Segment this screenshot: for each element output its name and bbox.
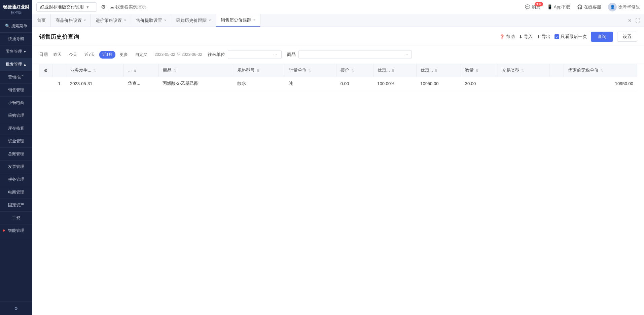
row-discount1: 100.00% bbox=[373, 77, 416, 90]
marketing-label: 营销推广 bbox=[8, 74, 24, 80]
topbar-settings-icon[interactable]: ⚙ bbox=[101, 4, 106, 10]
col-settings[interactable]: ⚙ bbox=[39, 64, 52, 77]
tab-purchase-strategy[interactable]: 进价策略设置 × bbox=[91, 14, 131, 27]
sort-biz-date-icon: ⇅ bbox=[93, 69, 96, 72]
search-menu-item[interactable]: 🔍 搜索菜单 bbox=[0, 20, 32, 33]
tab-close-all[interactable]: ✕ bbox=[627, 16, 633, 25]
product-input[interactable]: ··· bbox=[298, 50, 412, 59]
app-download-button[interactable]: 📱 App下载 bbox=[547, 4, 570, 10]
tab-product-price-close[interactable]: × bbox=[84, 19, 86, 22]
from-unit-field[interactable] bbox=[231, 52, 272, 57]
col-more[interactable]: ... ⇅ bbox=[124, 64, 158, 77]
sidebar-item-tax[interactable]: 税务管理 bbox=[0, 173, 32, 186]
col-biz-date-label: 业务发生... bbox=[70, 68, 92, 73]
col-discount1[interactable]: 优惠... ⇅ bbox=[373, 64, 416, 77]
product-field[interactable] bbox=[302, 52, 403, 57]
sidebar-item-marketing[interactable]: 营销推广 bbox=[0, 71, 32, 84]
online-service-button[interactable]: 🎧 在线客服 bbox=[577, 4, 601, 10]
topbar-right: 💬 消息 99+ 📱 App下载 🎧 在线客服 👤 徐泽华修改 bbox=[525, 3, 640, 11]
product-label: 商品 bbox=[287, 51, 296, 58]
sidebar-item-ecommerce-small[interactable]: 小畅电商 bbox=[0, 97, 32, 109]
sidebar: 畅捷通好业财 标准版 🔍 搜索菜单 快捷导航 零售管理 ▼ 批发管理 ▲ 营销推… bbox=[0, 0, 32, 315]
tab-purchase-history-close[interactable]: × bbox=[209, 19, 211, 22]
payroll-label: 工资 bbox=[12, 215, 20, 221]
messages-button[interactable]: 💬 消息 99+ bbox=[525, 4, 540, 10]
help-label: 帮助 bbox=[506, 34, 515, 40]
sidebar-item-ecommerce[interactable]: 电商管理 bbox=[0, 186, 32, 199]
col-discount1-label: 优惠... bbox=[378, 68, 390, 73]
export-label: 导出 bbox=[542, 34, 550, 40]
page-header: 销售历史价查询 ❓ 帮助 ⬇ 导入 ⬆ 导出 只看最后一次 查询 bbox=[32, 27, 644, 45]
col-product[interactable]: 商品 ⇅ bbox=[158, 64, 233, 77]
query-button[interactable]: 查询 bbox=[591, 32, 613, 42]
tab-purchase-history[interactable]: 采购历史价跟踪 × bbox=[171, 14, 216, 27]
tab-sale-history-close[interactable]: × bbox=[253, 18, 255, 22]
import-button[interactable]: ⬇ 导入 bbox=[519, 34, 533, 40]
tab-home[interactable]: 首页 bbox=[32, 14, 51, 27]
from-unit-filter-group: 往来单位 ··· bbox=[208, 50, 282, 59]
user-profile[interactable]: 👤 徐泽华修改 bbox=[608, 3, 640, 11]
date-btn-7days[interactable]: 近7天 bbox=[81, 51, 98, 59]
col-quote-label: 报价 bbox=[341, 68, 349, 73]
tab-sale-price[interactable]: 售价提取设置 × bbox=[131, 14, 171, 27]
col-quote[interactable]: 报价 ⇅ bbox=[336, 64, 373, 77]
col-pretax-price[interactable]: 优惠前无税单价 ⇅ bbox=[564, 64, 637, 77]
col-quantity[interactable]: 数量 ⇅ bbox=[461, 64, 498, 77]
date-btn-1month[interactable]: 近1月 bbox=[99, 51, 116, 59]
date-range-display: 2023-05-02 至 2023-06-02 bbox=[154, 52, 202, 58]
date-btn-more[interactable]: 更多 bbox=[117, 51, 131, 59]
tabbar: 首页 商品价格设置 × 进价策略设置 × 售价提取设置 × 采购历史价跟踪 × … bbox=[32, 14, 644, 27]
sidebar-item-assets[interactable]: 固定资产 bbox=[0, 199, 32, 212]
sort-more-icon: ⇅ bbox=[134, 69, 136, 73]
search-icon: 🔍 bbox=[5, 24, 10, 28]
col-discount2[interactable]: 优惠... ⇅ bbox=[416, 64, 461, 77]
sidebar-item-smart[interactable]: 智能管理 bbox=[0, 224, 32, 237]
col-num bbox=[52, 64, 66, 77]
table-container: ⚙ 业务发生... ⇅ ... ⇅ 商品 ⇅ bbox=[32, 64, 644, 90]
sidebar-settings[interactable]: ⚙ bbox=[0, 302, 32, 315]
sidebar-item-invoice[interactable]: 发票管理 bbox=[0, 161, 32, 173]
sidebar-item-payroll[interactable]: 工资 bbox=[0, 212, 32, 224]
sidebar-item-finance[interactable]: 资金管理 bbox=[0, 135, 32, 148]
sidebar-item-inventory[interactable]: 库存核算 bbox=[0, 122, 32, 135]
from-unit-dots[interactable]: ··· bbox=[273, 52, 277, 57]
table-row: 1 2023-05-31 华查... 丙烯酸-2-乙基己酯 散水 吨 0.00 … bbox=[39, 77, 637, 90]
sort-product-icon: ⇅ bbox=[173, 69, 176, 72]
product-dots[interactable]: ··· bbox=[404, 52, 408, 57]
sidebar-item-sales[interactable]: 销售管理 bbox=[0, 84, 32, 97]
date-btn-custom[interactable]: 自定义 bbox=[132, 51, 150, 59]
sidebar-item-purchase[interactable]: 采购管理 bbox=[0, 109, 32, 122]
col-biz-date[interactable]: 业务发生... ⇅ bbox=[66, 64, 124, 77]
tab-sale-history[interactable]: 销售历史价跟踪 × bbox=[216, 14, 260, 27]
version-selector[interactable]: 好业财标准版交付试用 ▼ bbox=[36, 2, 97, 12]
checkbox-checked-icon bbox=[554, 34, 559, 39]
col-pretax-price-label: 优惠前无税单价 bbox=[568, 68, 599, 73]
sidebar-item-quick-nav[interactable]: 快捷导航 bbox=[0, 33, 32, 45]
col-trans-type[interactable]: 交易类型 ⇅ bbox=[498, 64, 549, 77]
tab-product-price[interactable]: 商品价格设置 × bbox=[51, 14, 91, 27]
col-spec[interactable]: 规格型号 ⇅ bbox=[233, 64, 285, 77]
sidebar-item-accounting[interactable]: 总账管理 bbox=[0, 148, 32, 161]
sidebar-item-retail[interactable]: 零售管理 ▼ bbox=[0, 45, 32, 58]
sidebar-item-wholesale[interactable]: 批发管理 ▲ bbox=[0, 58, 32, 71]
chevron-down-icon: ▼ bbox=[23, 50, 27, 54]
demo-link[interactable]: ☁ 我要看实例演示 bbox=[110, 4, 146, 10]
col-discount2-label: 优惠... bbox=[421, 68, 433, 73]
export-button[interactable]: ⬆ 导出 bbox=[537, 34, 550, 40]
tab-sale-price-close[interactable]: × bbox=[164, 19, 166, 22]
row-settings bbox=[39, 77, 52, 90]
tab-purchase-strategy-close[interactable]: × bbox=[124, 19, 126, 22]
main-area: 好业财标准版交付试用 ▼ ⚙ ☁ 我要看实例演示 💬 消息 99+ 📱 App下… bbox=[32, 0, 644, 315]
tab-expand[interactable]: ⛶ bbox=[634, 16, 641, 25]
from-unit-input[interactable]: ··· bbox=[228, 50, 282, 59]
help-button[interactable]: ❓ 帮助 bbox=[499, 34, 515, 40]
settings-button[interactable]: 设置 bbox=[617, 32, 637, 42]
date-filter-label: 日期 bbox=[39, 51, 48, 58]
col-unit[interactable]: 计量单位 ⇅ bbox=[285, 64, 336, 77]
export-icon: ⬆ bbox=[537, 34, 540, 39]
date-btn-yesterday[interactable]: 昨天 bbox=[50, 51, 65, 59]
sort-spec-icon: ⇅ bbox=[257, 69, 259, 72]
last-only-checkbox[interactable]: 只看最后一次 bbox=[554, 34, 587, 40]
row-discount2: 10950.00 bbox=[416, 77, 461, 90]
date-btn-today[interactable]: 今天 bbox=[66, 51, 80, 59]
